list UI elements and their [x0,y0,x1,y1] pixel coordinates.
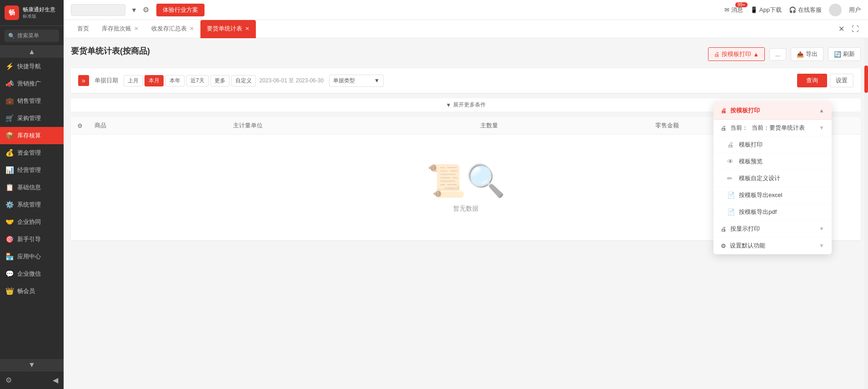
dropdown-title: 🖨 按模板打印 [721,106,760,115]
topbar-settings-button[interactable]: ⚙ [143,5,149,14]
collapse-sidebar-button[interactable]: ◀ [53,376,58,384]
date-custom[interactable]: 自定义 [231,75,256,86]
tabs-maximize-button[interactable]: ⛶ [850,23,861,35]
filter-bar: » 单据日期 上月 本月 本年 近7天 更多 自定义 2023-06-01 至 … [71,68,861,93]
sidebar-item-operation[interactable]: 📊 经营管理 [0,162,64,179]
scroll-down-button[interactable]: ▼ [0,359,64,371]
topbar-search-input[interactable] [71,4,125,16]
dropdown-display-print[interactable]: 🖨 按显示打印 ▼ [713,221,832,237]
topbar: ▼ ⚙ 体验行业方案 ✉ 消息 99+ 📱 App下载 🎧 在线客服 用户 [64,0,868,20]
set-default-icon: ⚙ [721,242,726,249]
display-print-icon: 🖨 [721,226,727,232]
scroll-up-button[interactable]: ▲ [0,46,64,58]
sidebar-item-collab[interactable]: 🤝 企业协同 [0,213,64,231]
sidebar-item-inventory[interactable]: 📦 库存核算 [0,127,64,144]
col-quantity: 主数量 [475,117,650,135]
date-options-group: 上月 本月 本年 近7天 更多 自定义 2023-06-01 至 2023-06… [124,75,324,86]
tab-order-stats[interactable]: 要货单统计表 ✕ [200,20,256,38]
chevron-up-icon: ▲ [753,51,759,58]
column-settings-button[interactable]: 设置 [830,74,853,87]
tab-inventory-batch[interactable]: 库存批次账 ✕ [95,20,145,38]
dropdown-item-export-excel[interactable]: 📄 按模板导出excel [713,187,832,204]
refresh-button[interactable]: 🔄 刷新 [828,47,861,61]
operation-icon: 📊 [5,166,14,174]
template-design-icon: ✏ [727,175,734,182]
online-service-button[interactable]: 🎧 在线客服 [789,6,822,14]
dropdown-collapse-chevron[interactable]: ▲ [819,107,824,114]
more-options-button[interactable]: ... [769,48,786,61]
export-button[interactable]: 📤 导出 [791,47,823,61]
sidebar-item-marketing[interactable]: 📣 营销推广 [0,75,64,92]
tab-receipt-summary[interactable]: 收发存汇总表 ✕ [145,20,200,38]
date-filter-label: 单据日期 [95,76,118,85]
date-more[interactable]: 更多 [210,75,229,86]
avatar-image [829,4,842,16]
sidebar-item-basic[interactable]: 📋 基础信息 [0,179,64,196]
vip-icon: 👑 [5,287,14,295]
sidebar-item-appstore[interactable]: 🏪 应用中心 [0,248,64,265]
trial-industry-button[interactable]: 体验行业方案 [156,4,205,16]
date-last7[interactable]: 近7天 [186,75,209,86]
tab-order-stats-close[interactable]: ✕ [245,25,249,32]
expand-more-button[interactable]: ▼ 展开更多条件 [446,101,486,109]
content-area: 要货单统计表(按商品) 🖨 按模板打印 ▲ ... 📤 导出 [64,38,868,389]
date-this-month[interactable]: 本月 [145,75,164,86]
dropdown-item-template-design[interactable]: ✏ 模板自定义设计 [713,170,832,187]
dropdown-header: 🖨 按模板打印 ▲ [713,102,832,120]
collab-icon: 🤝 [5,218,14,226]
appstore-icon: 🏪 [5,253,14,261]
refresh-icon: 🔄 [834,51,841,58]
purchase-icon: 🛒 [5,114,14,122]
tab-home[interactable]: 首页 [71,20,95,38]
template-icon: 🖨 [721,125,727,131]
topbar-right: ✉ 消息 99+ 📱 App下载 🎧 在线客服 用户 [724,4,861,16]
tab-inventory-batch-close[interactable]: ✕ [134,25,139,32]
order-type-label: 单据类型 [333,77,355,85]
dropdown-item-template-print[interactable]: 🖨 模板打印 [713,136,832,153]
wechat-icon: 💬 [5,270,14,278]
sidebar-item-vip[interactable]: 👑 畅会员 [0,283,64,300]
col-settings[interactable]: ⚙ [71,117,89,135]
app-download-button[interactable]: 📱 App下载 [750,6,782,14]
print-template-button[interactable]: 🖨 按模板打印 ▲ [708,47,765,61]
sidebar-search-area: 🔍 搜索菜单 [0,26,64,46]
dropdown-item-export-pdf[interactable]: 📄 按模板导出pdf [713,204,832,221]
dropdown-item-template-preview[interactable]: 👁 模板预览 [713,153,832,170]
sidebar-item-purchase[interactable]: 🛒 采购管理 [0,110,64,127]
sidebar-item-finance[interactable]: 💰 资金管理 [0,144,64,162]
col-unit: 主计量单位 [228,117,475,135]
tab-receipt-summary-close[interactable]: ✕ [190,25,194,32]
user-avatar[interactable] [829,4,842,16]
basic-icon: 📋 [5,183,14,192]
sidebar-item-system[interactable]: ⚙️ 系统管理 [0,196,64,213]
scrollbar-track [864,38,868,389]
page-title: 要货单统计表(按商品) [71,45,150,56]
global-settings-button[interactable]: ⚙ [5,376,12,384]
dropdown-current-template[interactable]: 🖨 当前： 当前：要货单统计表 ▼ [713,120,832,136]
dropdown-set-default[interactable]: ⚙ 设置默认功能 ▼ [713,237,832,254]
date-range-display: 2023-06-01 至 2023-06-30 [259,77,324,85]
sidebar-item-guide[interactable]: 🎯 新手引导 [0,231,64,248]
topbar-dropdown-button[interactable]: ▼ [131,6,137,14]
sales-icon: 💼 [5,97,14,105]
sidebar-item-sales[interactable]: 💼 销售管理 [0,92,64,110]
order-type-select[interactable]: 单据类型 ▼ [329,75,384,87]
app-name: 畅康通好生意 标准版 [23,6,55,20]
query-button[interactable]: 查询 [797,74,827,87]
tabs-close-all-button[interactable]: ✕ [837,23,846,35]
scrollbar-thumb[interactable] [864,66,868,93]
sidebar-item-wechat[interactable]: 💬 企业微信 [0,265,64,283]
message-badge: 99+ [735,2,748,7]
export-icon: 📤 [797,51,804,58]
date-prev-month[interactable]: 上月 [124,75,143,86]
messages-button[interactable]: ✉ 消息 99+ [724,6,743,14]
finance-icon: 💰 [5,149,14,157]
filter-expand-icon-button[interactable]: » [78,75,89,86]
no-data-illustration: 📜🔍 [426,162,505,199]
print-header-icon: 🖨 [721,107,727,114]
chevron-down-icon: ▼ [374,77,379,84]
search-menu-button[interactable]: 🔍 搜索菜单 [5,30,59,42]
sidebar-item-shortcut[interactable]: ⚡ 快捷导航 [0,58,64,75]
template-preview-icon: 👁 [727,158,734,165]
date-this-year[interactable]: 本年 [165,75,185,86]
